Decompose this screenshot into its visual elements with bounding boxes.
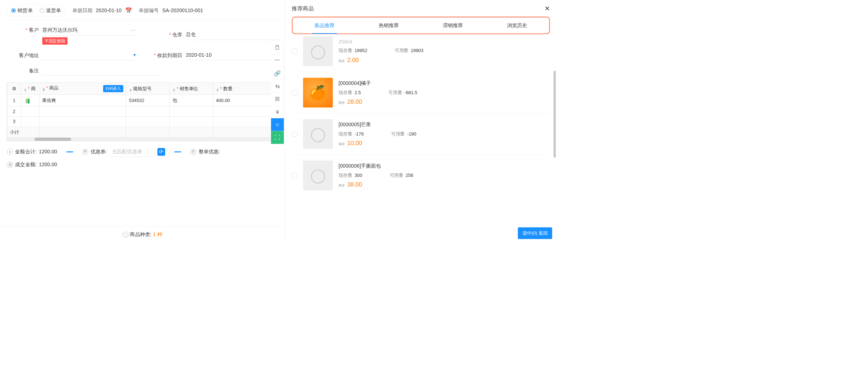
spec-cell[interactable]: 534532 xyxy=(126,94,170,106)
table-row[interactable]: 2 xyxy=(7,107,280,117)
product-checkbox[interactable] xyxy=(292,173,297,178)
row-index: 1 xyxy=(7,94,21,106)
price-label: 单价 xyxy=(338,184,345,187)
address-input[interactable]: ▼ xyxy=(42,50,137,60)
radio-label: 销货单 xyxy=(17,7,32,14)
scrollbar-thumb[interactable] xyxy=(35,138,71,141)
product-thumb-placeholder: ◯ xyxy=(303,160,333,190)
refresh-coupon-button[interactable]: ⟳ xyxy=(157,148,165,156)
warehouse-value: 总仓 xyxy=(186,31,196,38)
product-name: [0000006]手撕面包 xyxy=(338,163,550,169)
sort-icon: ▲▼ xyxy=(216,88,219,92)
yen-icon: ¥ xyxy=(7,149,13,155)
scan-input-button[interactable]: 扫码录入 xyxy=(103,85,123,92)
tab-browse-history[interactable]: 浏览历史 xyxy=(502,20,532,31)
customer-field: *客户 苏州万达沃尔玛 ··· xyxy=(7,25,137,35)
sort-icon: ▲▼ xyxy=(42,88,45,91)
address-label: 客户地址 xyxy=(19,52,39,58)
avail-value: 256 xyxy=(405,173,413,178)
discount-label: 整单优惠: xyxy=(199,148,220,155)
currency-icon[interactable]: ¥ xyxy=(271,106,284,118)
footer-summary: ⬚ 商品种类: 1 种 xyxy=(0,226,285,242)
table-row[interactable]: 3 xyxy=(7,117,280,127)
date-label: 单据日期 xyxy=(72,7,92,14)
subtotal-label: 小计 xyxy=(7,127,39,138)
product-thumb-placeholder: ◯ xyxy=(303,119,333,149)
row-index: 3 xyxy=(7,117,21,127)
due-input[interactable]: 2020-01-10 xyxy=(186,50,280,60)
warehouse-input[interactable]: 总仓 xyxy=(186,29,280,40)
unit-cell[interactable]: 包 xyxy=(170,94,213,106)
expand-icon[interactable]: ⛶ xyxy=(271,131,284,144)
col-image[interactable]: ▲▼*商 xyxy=(21,83,39,94)
minus-icon xyxy=(66,151,73,152)
remark-input[interactable] xyxy=(42,66,162,76)
line-items-table: ⚙ ▲▼*商 ▲▼*商品扫码录入 ▲▼规格型号 ▲▼*销售单位 ▲▼*数量 1 … xyxy=(7,82,280,141)
selected-return-button[interactable]: 选中(0) 返回 xyxy=(518,228,552,239)
col-spec[interactable]: ▲▼规格型号 xyxy=(126,83,170,94)
price-value: 2.00 xyxy=(347,56,359,63)
customer-label: 客户 xyxy=(29,27,39,33)
radio-sales-order[interactable]: 销货单 xyxy=(11,7,32,14)
close-icon[interactable]: ✕ xyxy=(545,5,550,12)
deal-total: 成 成交金额: 1200.00 xyxy=(7,161,57,168)
coupon-icon: 券 xyxy=(82,149,88,155)
star-icon[interactable]: ☆ xyxy=(271,118,284,131)
stock-label: 现存量 xyxy=(338,131,352,136)
col-unit[interactable]: ▲▼*销售单位 xyxy=(170,83,213,94)
deal-icon: 成 xyxy=(7,162,13,168)
doc-type-radio-group: 销货单 退货单 xyxy=(7,5,65,16)
settings-column[interactable]: ⚙ xyxy=(7,83,21,94)
radio-checked-icon xyxy=(11,8,16,13)
vertical-scrollbar[interactable] xyxy=(553,71,556,158)
archive-icon[interactable]: ☒ xyxy=(271,93,284,106)
amount-value: 1200.00 xyxy=(39,149,57,155)
avail-label: 可用量 xyxy=(390,173,403,178)
product-list[interactable]: ◯ 250ml 现存量19952 可用量19903 单价2.00 🍊 [0000… xyxy=(285,36,557,224)
col-qty[interactable]: ▲▼*数量 xyxy=(213,83,280,94)
table-row[interactable]: 1 🧃 果倍爽 534532 包 400.00 xyxy=(7,94,280,106)
doc-no-value: SA-20200110-001 xyxy=(162,7,203,14)
horizontal-scrollbar[interactable] xyxy=(7,138,280,141)
product-checkbox[interactable] xyxy=(292,131,297,137)
due-value: 2020-01-10 xyxy=(186,52,211,58)
date-value[interactable]: 2020-01-10 xyxy=(96,7,122,14)
avail-value: -190 xyxy=(407,131,417,136)
calendar-icon[interactable]: 📅 xyxy=(125,7,132,14)
notes-icon[interactable]: 🗒 xyxy=(271,41,284,54)
kind-label: 商品种类: xyxy=(130,231,151,237)
chevron-down-icon[interactable]: ▼ xyxy=(133,53,137,57)
customer-input[interactable]: 苏州万达沃尔玛 ··· xyxy=(42,25,137,35)
link-icon[interactable]: 🔗 xyxy=(271,67,284,80)
product-checkbox[interactable] xyxy=(292,90,297,95)
col-product[interactable]: ▲▼*商品扫码录入 xyxy=(39,83,126,94)
tab-new-recommend[interactable]: 新品推荐 xyxy=(310,20,339,31)
avail-value: -681.5 xyxy=(404,90,417,95)
warehouse-field: *仓库 总仓 xyxy=(150,25,280,45)
swap-icon[interactable]: ⇆ xyxy=(271,80,284,93)
minus-icon xyxy=(174,151,181,152)
qty-cell[interactable]: 400.00 xyxy=(213,94,280,106)
sort-icon: ▲▼ xyxy=(24,88,27,92)
product-checkbox[interactable] xyxy=(292,48,297,54)
row-index: 2 xyxy=(7,107,21,117)
radio-return-order[interactable]: 退货单 xyxy=(40,7,61,14)
coupon-input[interactable]: 无匹配优惠券 xyxy=(109,147,155,157)
ellipsis-icon[interactable]: ··· xyxy=(131,27,137,33)
kind-value: 1 xyxy=(153,231,156,237)
amount-label: 金额合计: xyxy=(15,148,36,155)
stock-label: 现存量 xyxy=(338,90,352,95)
stock-value: -178 xyxy=(354,131,364,136)
doc-no-label: 单据编号 xyxy=(139,7,159,14)
gear-icon[interactable]: ⚙ xyxy=(12,86,16,91)
tab-hot-recommend[interactable]: 热销推荐 xyxy=(374,20,403,31)
recommend-footer: 选中(0) 返回 xyxy=(285,224,557,242)
due-label: 收款到期日 xyxy=(157,52,183,58)
price-value: 38.00 xyxy=(347,181,362,188)
chart-icon[interactable]: 〰 xyxy=(271,54,284,67)
document-header: 销货单 退货单 单据日期 2020-01-10 📅 单据编号 SA-202001… xyxy=(7,5,280,20)
package-icon: ⬚ xyxy=(123,232,129,238)
product-name-cell[interactable]: 果倍爽 xyxy=(39,94,126,106)
tab-slow-recommend[interactable]: 滞销推荐 xyxy=(438,20,468,31)
product-name: [0000004]橘子 xyxy=(338,80,550,87)
